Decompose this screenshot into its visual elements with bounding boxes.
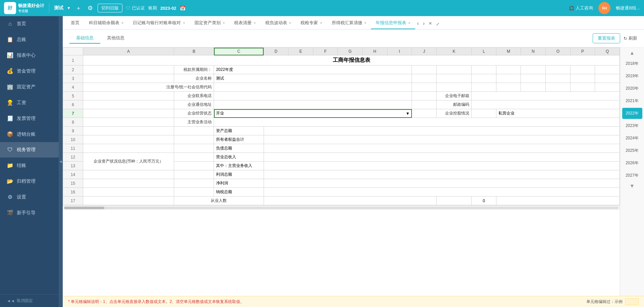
- year-scroll-down-button[interactable]: ▼: [630, 183, 635, 189]
- tab-home[interactable]: 首页: [66, 17, 84, 29]
- reset-button[interactable]: 重置报表: [593, 33, 620, 43]
- sidebar-item-tax[interactable]: 🛡 税务管理: [0, 142, 59, 158]
- company-dropdown-icon[interactable]: ▼: [67, 6, 71, 10]
- sidebar-item-assets[interactable]: 🏢 固定资产: [0, 79, 59, 95]
- year-item-2021[interactable]: 2021年: [622, 95, 642, 106]
- col-header-N[interactable]: N: [521, 48, 546, 55]
- cell-4-L[interactable]: [472, 83, 496, 92]
- settings-button[interactable]: ⚙: [86, 3, 94, 13]
- cell-7-A[interactable]: [83, 109, 174, 118]
- cell-14-B[interactable]: [174, 170, 214, 179]
- col-header-A[interactable]: A: [83, 48, 174, 55]
- cell-10-D[interactable]: [264, 135, 620, 144]
- cell-3-C[interactable]: 测试: [214, 74, 412, 83]
- col-header-D[interactable]: D: [264, 48, 288, 55]
- cell-4-AB[interactable]: 注册号/统一社会信用代码: [83, 83, 214, 92]
- cell-17-L[interactable]: [496, 196, 620, 205]
- cell-2-O[interactable]: [546, 65, 571, 74]
- cell-2-N[interactable]: [521, 65, 546, 74]
- unpin-button[interactable]: ◄◄ 取消固定: [0, 294, 59, 307]
- cell-11-A[interactable]: [83, 144, 174, 153]
- cell-4-P[interactable]: [570, 83, 595, 92]
- cell-16-B[interactable]: [174, 188, 214, 196]
- tab-next-button[interactable]: ›: [421, 18, 427, 29]
- tab-close-income-tax[interactable]: ×: [364, 21, 366, 25]
- year-item-2025[interactable]: 2025年: [622, 145, 642, 156]
- tab-close-tax-fluctuation[interactable]: ×: [289, 21, 291, 25]
- cell-10-C[interactable]: 所有者权益合计: [214, 135, 264, 144]
- tab-close-bank[interactable]: ×: [183, 21, 185, 25]
- cell-2-Q[interactable]: [595, 65, 620, 74]
- cell-3-K[interactable]: [436, 74, 471, 83]
- col-header-H[interactable]: H: [363, 48, 387, 55]
- cell-4-N[interactable]: [521, 83, 546, 92]
- cell-4-C[interactable]: [214, 83, 412, 92]
- cell-4-M[interactable]: [496, 83, 521, 92]
- cell-15-D[interactable]: [264, 179, 620, 188]
- cell-7-M[interactable]: 私营企业: [496, 109, 620, 118]
- tab-tax-check[interactable]: 税检专家 ×: [296, 17, 327, 29]
- cell-15-C[interactable]: 净利润: [214, 179, 264, 188]
- year-item-2027[interactable]: 2027年: [622, 170, 642, 181]
- cell-7-K[interactable]: 企业控股情况: [436, 109, 471, 118]
- cell-9-C[interactable]: 资产总额: [214, 127, 264, 135]
- cell-2-J[interactable]: [412, 65, 437, 74]
- cell-11-B[interactable]: [174, 144, 214, 153]
- sidebar-item-funds[interactable]: 💰 资金管理: [0, 63, 59, 79]
- cell-2-P[interactable]: [570, 65, 595, 74]
- tab-tax-list[interactable]: 税表清册 ×: [229, 17, 260, 29]
- cell-14-D[interactable]: [264, 170, 620, 179]
- cell-6-B[interactable]: 企业通信地址: [174, 100, 214, 109]
- cell-5-B[interactable]: 企业联系电话: [174, 92, 214, 100]
- sidebar-item-invoice[interactable]: 🧾 发票管理: [0, 111, 59, 126]
- cell-4-J[interactable]: [412, 83, 437, 92]
- cell-16-A[interactable]: [83, 188, 174, 196]
- cell-3-A[interactable]: [83, 74, 174, 83]
- cell-1-title[interactable]: 工商年报信息表: [83, 55, 620, 65]
- cell-15-A[interactable]: [83, 179, 174, 188]
- year-item-2020[interactable]: 2020年: [622, 83, 642, 94]
- tab-close-fixed-assets[interactable]: ×: [223, 21, 225, 25]
- cell-6-A[interactable]: [83, 100, 174, 109]
- cell-9-B[interactable]: [174, 127, 214, 135]
- tab-close-tax-check[interactable]: ×: [320, 21, 322, 25]
- tab-prev-button[interactable]: ‹: [415, 18, 421, 29]
- cell-12-B[interactable]: [174, 153, 214, 162]
- tab-subject[interactable]: 科目辅助余额表 ×: [84, 17, 128, 29]
- cell-3-M[interactable]: [496, 74, 521, 83]
- cell-17-K[interactable]: 0: [472, 196, 496, 205]
- col-header-E[interactable]: E: [288, 48, 313, 55]
- col-header-K[interactable]: K: [436, 48, 471, 55]
- sidebar-item-guide[interactable]: 🎬 新手引导: [0, 205, 59, 221]
- tab-close-tax-list[interactable]: ×: [254, 21, 256, 25]
- cell-16-C[interactable]: 纳税总额: [214, 188, 264, 196]
- col-header-F[interactable]: F: [313, 48, 338, 55]
- cell-7-B[interactable]: 企业经营状态: [174, 109, 214, 118]
- cell-3-N[interactable]: [521, 74, 546, 83]
- scroll-thumb[interactable]: [64, 207, 104, 209]
- tab-expand-button[interactable]: ⤢: [434, 19, 441, 29]
- cell-4-K[interactable]: [436, 83, 471, 92]
- year-item-2024[interactable]: 2024年: [622, 133, 642, 144]
- sidebar-item-settings[interactable]: ⚙ 设置: [0, 189, 59, 205]
- cell-2-K[interactable]: [436, 65, 471, 74]
- year-scroll-up-button[interactable]: ▲: [630, 50, 635, 56]
- scroll-track[interactable]: [64, 207, 619, 209]
- sidebar-item-archive[interactable]: 📂 归档管理: [0, 173, 59, 189]
- cell-8-B[interactable]: 主营业务活动: [174, 118, 214, 127]
- col-header-J[interactable]: J: [412, 48, 437, 55]
- tab-fixed-assets[interactable]: 固定资产类别 ×: [190, 17, 229, 29]
- refresh-button[interactable]: ↻ 刷新: [624, 33, 637, 43]
- cell-12-D[interactable]: [264, 153, 620, 162]
- switch-version-button[interactable]: 切到旧版: [98, 4, 122, 12]
- year-item-2026[interactable]: 2026年: [622, 158, 642, 169]
- cell-11-D[interactable]: [264, 144, 620, 153]
- cell-13-C[interactable]: 其中：主营业务收入: [214, 162, 264, 170]
- close-all-tabs-button[interactable]: ×: [427, 18, 434, 29]
- cell-11-C[interactable]: 负债总额: [214, 144, 264, 153]
- cell-6-C[interactable]: [214, 100, 412, 109]
- cell-12-C[interactable]: 营业总收入: [214, 153, 264, 162]
- cell-17-BC[interactable]: 从业人数: [174, 196, 264, 205]
- col-header-L[interactable]: L: [472, 48, 496, 55]
- col-header-G[interactable]: G: [338, 48, 363, 55]
